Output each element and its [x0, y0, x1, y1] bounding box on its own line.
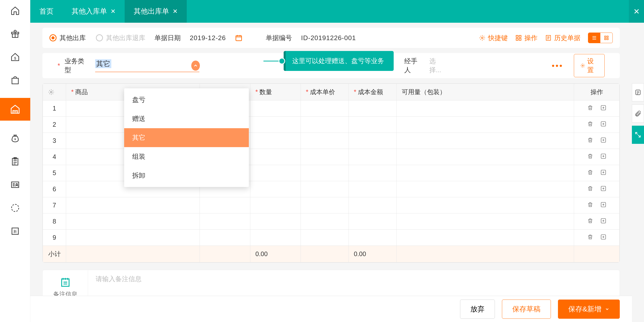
svg-rect-3 [12, 78, 18, 84]
chevron-up-icon[interactable] [191, 61, 200, 71]
dropdown-option-selected[interactable]: 其它 [124, 128, 249, 147]
save-draft-button[interactable]: 保存草稿 [502, 300, 551, 319]
delete-icon[interactable] [587, 234, 593, 240]
nav-new-icon[interactable]: 新 [10, 226, 21, 237]
remarks-input[interactable] [96, 275, 612, 283]
row-index: 3 [43, 133, 66, 149]
more-icon[interactable]: ••• [544, 61, 571, 70]
dropdown-option[interactable]: 盘亏 [124, 90, 249, 109]
handler-label: 经手人 [404, 57, 421, 74]
table-row[interactable]: 9 [43, 230, 620, 246]
nav-warehouse-active[interactable] [0, 98, 30, 121]
row-index: 1 [43, 100, 66, 117]
delete-icon[interactable] [587, 169, 593, 175]
view-list-icon[interactable] [588, 33, 600, 43]
operations-button[interactable]: 操作 [515, 34, 538, 42]
table-row[interactable]: 7 [43, 197, 620, 213]
chevron-down-icon [605, 307, 609, 311]
right-rail [632, 83, 644, 144]
tab-inbound[interactable]: 其他入库单✕ [63, 0, 125, 23]
add-row-icon[interactable] [600, 153, 606, 159]
row-index: 9 [43, 230, 66, 246]
tab-outbound-active[interactable]: 其他出库单✕ [125, 0, 187, 23]
add-row-icon[interactable] [600, 185, 606, 192]
svg-text:¥: ¥ [14, 138, 16, 141]
subtotal-qty: 0.00 [250, 246, 301, 262]
filter-bar: * 业务类型 其它 这里可以处理赠送、盘亏等业务 ••• 经手人 选择... •… [42, 53, 620, 78]
add-row-icon[interactable] [600, 202, 606, 208]
delete-icon[interactable] [587, 121, 593, 127]
rail-notes-icon[interactable] [632, 83, 644, 101]
add-row-icon[interactable] [600, 169, 606, 175]
col-price: *成本单价 [301, 84, 349, 100]
order-id-label: 单据编号 [266, 34, 292, 42]
subtotal-amount: 0.00 [349, 246, 397, 262]
radio-label: 其他出库 [60, 34, 86, 42]
handler-select[interactable]: 选择... [429, 57, 445, 74]
svg-rect-15 [516, 35, 518, 37]
subtotal-label: 小计 [43, 246, 66, 262]
col-gear[interactable] [43, 84, 66, 100]
settings-label: 设置 [587, 57, 598, 74]
order-id-value: ID-20191226-001 [301, 34, 356, 42]
date-label: 单据日期 [154, 34, 181, 42]
rail-expand-icon[interactable] [632, 126, 644, 144]
add-row-icon[interactable] [600, 121, 606, 127]
settings-button[interactable]: 设置 [574, 54, 605, 77]
biz-type-dropdown: 盘亏 赠送 其它 组装 拆卸 [124, 88, 249, 187]
add-row-icon[interactable] [600, 234, 606, 240]
required-icon: * [58, 62, 60, 70]
nav-moneybag-icon[interactable]: ¥ [10, 133, 21, 144]
biz-type-select[interactable]: 其它 [95, 59, 199, 72]
notepad-icon [60, 277, 71, 288]
add-row-icon[interactable] [600, 105, 606, 111]
radio-outbound[interactable]: 其他出库 [49, 34, 86, 42]
dropdown-option[interactable]: 赠送 [124, 109, 249, 128]
row-index: 4 [43, 149, 66, 165]
delete-icon[interactable] [587, 105, 593, 111]
add-row-icon[interactable] [600, 218, 606, 224]
history-button[interactable]: 历史单据 [545, 34, 580, 42]
row-index: 6 [43, 181, 66, 197]
tab-label: 其他入库单 [72, 7, 107, 16]
calendar-icon[interactable] [235, 34, 243, 42]
svg-rect-20 [605, 36, 606, 38]
nav-sync-icon[interactable] [10, 202, 21, 213]
delete-icon[interactable] [587, 137, 593, 143]
close-icon[interactable]: ✕ [111, 8, 116, 15]
biz-type-value: 其它 [95, 59, 111, 68]
main-content: 其他出库 其他出库退库 单据日期 2019-12-26 单据编号 ID-2019… [30, 23, 632, 322]
rail-attach-icon[interactable] [632, 104, 644, 123]
nav-home-icon[interactable] [10, 5, 21, 16]
delete-icon[interactable] [587, 202, 593, 208]
svg-point-8 [16, 183, 17, 185]
svg-rect-18 [519, 38, 521, 40]
col-amount: *成本金额 [349, 84, 397, 100]
delete-icon[interactable] [587, 185, 593, 192]
nav-idcard-icon[interactable] [10, 179, 21, 190]
nav-clipboard-icon[interactable] [10, 156, 21, 167]
discard-button[interactable]: 放弃 [460, 300, 495, 319]
svg-rect-13 [236, 36, 242, 41]
close-icon[interactable]: ✕ [173, 8, 178, 15]
nav-bag-icon[interactable] [10, 75, 21, 86]
tab-bar-close-button[interactable]: ✕ [629, 0, 644, 23]
tab-home[interactable]: 首页 [30, 0, 63, 23]
tab-bar: 首页 其他入库单✕ 其他出库单✕ ✕ [30, 0, 644, 23]
save-new-button[interactable]: 保存&新增 [558, 300, 620, 319]
svg-rect-23 [607, 38, 608, 40]
view-grid-icon[interactable] [600, 33, 612, 43]
dropdown-option[interactable]: 组装 [124, 147, 249, 166]
nav-gift-icon[interactable] [10, 28, 21, 39]
delete-icon[interactable] [587, 153, 593, 159]
table-row[interactable]: 8 [43, 213, 620, 230]
add-row-icon[interactable] [600, 137, 606, 143]
nav-money-home-icon[interactable]: $ [10, 51, 21, 63]
delete-icon[interactable] [587, 218, 593, 224]
shortcut-button[interactable]: 快捷键 [479, 34, 508, 42]
dropdown-option[interactable]: 拆卸 [124, 166, 249, 185]
subtotal-row: 小计 0.00 0.00 [43, 246, 620, 262]
svg-rect-22 [605, 38, 606, 40]
view-switch [588, 33, 613, 43]
radio-return[interactable]: 其他出库退库 [96, 34, 145, 42]
